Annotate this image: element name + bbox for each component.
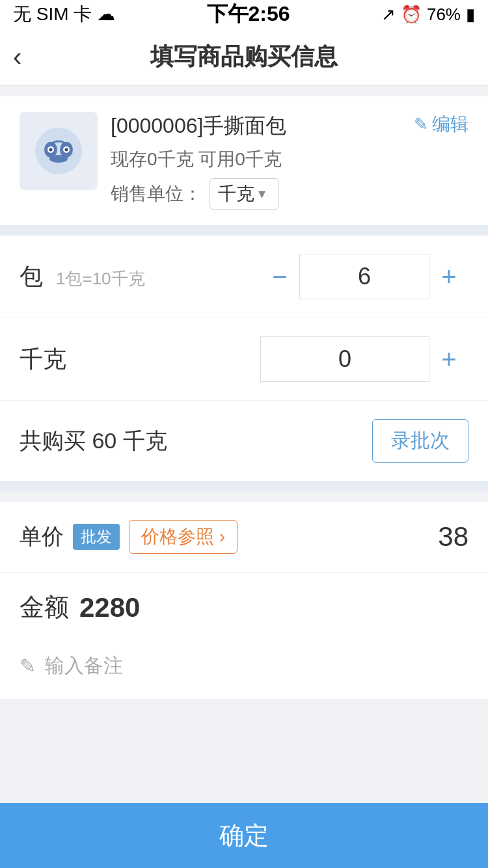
unit-select[interactable]: 千克 ▾: [210, 178, 279, 210]
bag-label: 包 1包=10千克: [20, 261, 260, 293]
price-tag: 批发: [73, 524, 120, 550]
price-ref-button[interactable]: 价格参照 ›: [129, 520, 237, 554]
bag-input-row: 包 1包=10千克 − +: [0, 236, 488, 318]
svg-point-7: [49, 155, 68, 163]
location-icon: ↗: [381, 5, 396, 25]
price-row: 单价 批发 价格参照 › 38: [20, 520, 468, 554]
kg-label: 千克: [20, 344, 260, 375]
bag-qty-control: − +: [260, 254, 468, 299]
section-separator: [0, 225, 488, 236]
kg-qty-control: +: [260, 336, 468, 382]
remark-row[interactable]: ✎ 输入备注: [20, 640, 468, 699]
total-text: 共购买 60 千克: [20, 426, 167, 456]
total-row: 共购买 60 千克 录批次: [0, 401, 488, 481]
alarm-icon: ⏰: [401, 5, 422, 25]
status-bar: 无 SIM 卡 ☁ 下午2:56 ↗ ⏰ 76% ▮: [0, 0, 488, 29]
input-section: 包 1包=10千克 − + 千克 +: [0, 236, 488, 401]
amount-row: 金额 2280: [20, 591, 468, 624]
battery-icon: ▮: [466, 5, 475, 25]
status-time: 下午2:56: [207, 0, 290, 29]
price-label: 单价: [20, 522, 64, 552]
batch-button[interactable]: 录批次: [372, 419, 468, 463]
price-value: 38: [438, 521, 468, 552]
svg-point-6: [65, 148, 68, 152]
bag-minus-button[interactable]: −: [260, 254, 299, 299]
kg-input-row: 千克 +: [0, 318, 488, 401]
section-separator-2: [0, 481, 488, 491]
back-button[interactable]: ‹: [13, 42, 21, 72]
unit-value: 千克: [218, 182, 254, 206]
product-unit-row: 销售单位： 千克 ▾: [111, 178, 468, 210]
price-section: 单价 批发 价格参照 › 38: [0, 502, 488, 573]
amount-label: 金额: [20, 591, 69, 624]
svg-point-5: [49, 148, 53, 152]
kg-plus-button[interactable]: +: [429, 336, 468, 382]
edit-icon: ✎: [414, 115, 428, 135]
kg-qty-input[interactable]: [260, 336, 429, 382]
edit-button[interactable]: ✎ 编辑: [414, 112, 468, 137]
bag-plus-button[interactable]: +: [429, 254, 468, 299]
confirm-button[interactable]: 确定: [0, 803, 488, 868]
status-right: ↗ ⏰ 76% ▮: [381, 5, 475, 25]
price-left: 单价 批发 价格参照 ›: [20, 520, 237, 554]
remark-placeholder: 输入备注: [45, 653, 123, 679]
page-title: 填写商品购买信息: [150, 41, 338, 73]
chevron-down-icon: ▾: [258, 185, 265, 202]
nav-bar: ‹ 填写商品购买信息: [0, 29, 488, 86]
bag-sub-label: 1包=10千克: [56, 269, 145, 288]
battery-level: 76%: [427, 5, 461, 25]
status-left: 无 SIM 卡 ☁: [13, 2, 115, 27]
amount-section: 金额 2280 ✎ 输入备注: [0, 573, 488, 699]
product-logo-icon: [33, 125, 85, 177]
unit-label: 销售单位：: [111, 182, 202, 206]
bag-qty-input[interactable]: [299, 254, 429, 299]
svg-point-0: [35, 128, 82, 174]
product-card: [0000006]手撕面包 现存0千克 可用0千克 销售单位： 千克 ▾ ✎ 编…: [0, 96, 488, 225]
pencil-icon: ✎: [20, 655, 36, 677]
sim-status: 无 SIM 卡 ☁: [13, 2, 115, 27]
product-image: [20, 112, 98, 190]
product-stock: 现存0千克 可用0千克: [111, 147, 468, 172]
amount-value: 2280: [79, 592, 140, 623]
